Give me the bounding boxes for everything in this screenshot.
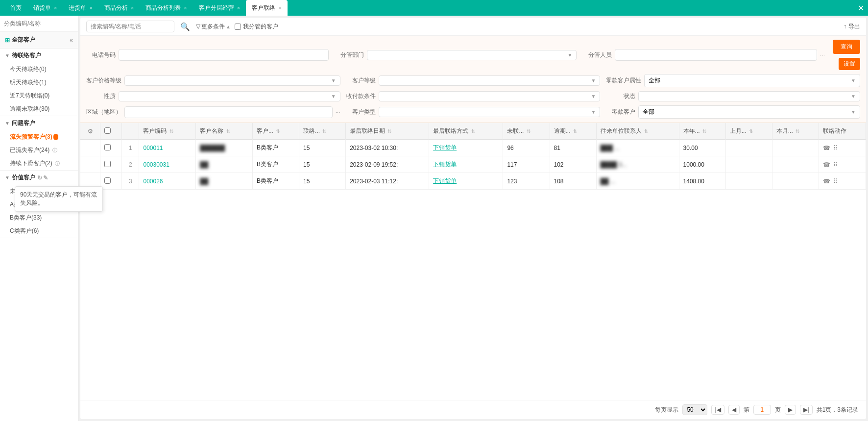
tab-customer-contact-label: 客户联络 (252, 4, 275, 12)
row-uncontacted: 96 (503, 140, 550, 156)
first-page-button[interactable]: |◀ (711, 405, 724, 415)
sidebar-item-tomorrow[interactable]: 明天待联络(1) (0, 76, 78, 89)
staff-more-icon[interactable]: ··· (820, 51, 825, 58)
value-refresh-icon[interactable]: ↻ (37, 174, 42, 181)
select-all-checkbox[interactable] (104, 127, 111, 134)
filter-phone-label: 电话号码 (86, 51, 116, 59)
row-last-contact-method[interactable]: 下销货单 (429, 140, 503, 156)
sidebar-all-customers[interactable]: ⊞ 全部客户 « (0, 32, 78, 49)
action-more-icon[interactable]: ⠿ (833, 145, 838, 151)
row-last-contact-method[interactable]: 下销货单 (429, 156, 503, 173)
row-code[interactable]: 000026 (139, 173, 196, 190)
my-customers-checkbox[interactable] (235, 24, 241, 30)
tab-product-analysis-list[interactable]: 商品分析列表 × (140, 0, 193, 16)
col-code[interactable]: 客户编码 ⇅ (139, 123, 196, 140)
col-type[interactable]: 客户... ⇅ (252, 123, 299, 140)
window-close-button[interactable]: ✕ (858, 3, 864, 13)
export-button[interactable]: ↑ 导出 (844, 23, 860, 31)
query-button[interactable]: 查询 (833, 40, 860, 54)
col-this-month[interactable]: 本月... ⇅ (772, 123, 819, 140)
col-last-contact-date[interactable]: 最后联络日期 ⇅ (346, 123, 429, 140)
filter-customer-level-select[interactable]: ▼ (379, 75, 601, 86)
tab-customer-tier-close[interactable]: × (237, 5, 240, 11)
filter-gender-select[interactable]: ▼ (119, 91, 340, 101)
col-settings[interactable]: ⚙ (80, 123, 100, 140)
page-size-label: 每页显示 (655, 406, 678, 414)
filter-dept-select[interactable]: ▼ (367, 50, 577, 60)
tab-purchase-order-close[interactable]: × (89, 5, 92, 11)
row-checkbox[interactable] (104, 144, 111, 150)
filter-more-conditions-button[interactable]: ▽ 更多条件 ▲ (196, 23, 231, 31)
my-customers-checkbox-label[interactable]: 我分管的客户 (235, 23, 278, 31)
sidebar-item-c-class[interactable]: C类客户(6) (0, 224, 78, 238)
tab-customer-contact[interactable]: 客户联络 × (246, 0, 287, 16)
sidebar-search-input[interactable] (4, 20, 77, 27)
filter-payment-select[interactable]: ▼ (379, 91, 601, 101)
sidebar-section-pending: ▼ 待联络客户 今天待联络(0) 明天待联络(1) 近7天待联络(0) 逾期未联… (0, 49, 78, 116)
row-code[interactable]: 000011 (139, 140, 196, 156)
action-more-icon[interactable]: ⠿ (833, 161, 838, 168)
sidebar-item-7days[interactable]: 近7天待联络(0) (0, 89, 78, 102)
last-page-button[interactable]: ▶| (800, 405, 813, 415)
sidebar-item-overdue[interactable]: 逾期未联络(30) (0, 102, 78, 116)
col-name[interactable]: 客户名称 ⇅ (196, 123, 253, 140)
filter-staff-input[interactable] (615, 49, 817, 61)
region-more-icon[interactable]: ··· (336, 109, 340, 116)
page-number-input[interactable] (753, 405, 771, 415)
status-arrow-icon: ▼ (851, 94, 856, 99)
col-last-month[interactable]: 上月... ⇅ (725, 123, 772, 140)
row-checkbox[interactable] (104, 161, 111, 167)
payment-arrow-icon: ▼ (591, 94, 596, 99)
collapse-icon: « (70, 37, 73, 44)
action-contact-icon[interactable]: ☎ (823, 161, 830, 168)
row-checkbox[interactable] (104, 177, 111, 184)
sidebar-item-declining[interactable]: 持续下滑客户(2) ⓘ (0, 157, 78, 170)
col-last-contact-method[interactable]: 最后联络方式 ⇅ (429, 123, 503, 140)
prev-page-button[interactable]: ◀ (728, 405, 740, 415)
filter-dept-label: 分管部门 (335, 51, 364, 59)
filter-phone-input[interactable] (119, 49, 329, 61)
filter-zero-attr-select[interactable]: 全部 ▼ (644, 74, 860, 87)
filter-status-field: 状态 ▼ (606, 91, 860, 101)
filter-customer-type-select[interactable]: ▼ (379, 107, 601, 117)
sidebar-item-churn-warning[interactable]: 流失预警客户(3) (0, 130, 78, 144)
col-uncontacted[interactable]: 未联... ⇅ (503, 123, 550, 140)
filter-status-select[interactable]: ▼ (638, 91, 860, 101)
sidebar-item-today[interactable]: 今天待联络(0) (0, 63, 78, 76)
filter-price-level-select[interactable]: ▼ (124, 75, 340, 86)
row-this-month (772, 156, 819, 173)
next-page-button[interactable]: ▶ (785, 405, 796, 415)
filter-search-button[interactable]: 🔍 (178, 22, 192, 31)
filter-region-input[interactable] (124, 106, 333, 118)
sidebar-section-value-title[interactable]: ▼ 价值客户 ↻ ✎ (0, 171, 78, 185)
value-edit-icon[interactable]: ✎ (43, 174, 48, 181)
settings-button[interactable]: 设置 (839, 58, 860, 70)
filter-action-col: 查询 设置 (831, 40, 860, 70)
row-last-contact-method[interactable]: 下销货单 (429, 173, 503, 190)
tab-purchase-order[interactable]: 进货单 × (63, 0, 98, 16)
page-size-select[interactable]: 50 100 200 (682, 404, 707, 415)
sidebar-item-b-class[interactable]: B类客户(33) (0, 211, 78, 224)
col-contact[interactable]: 联络... ⇅ (299, 123, 346, 140)
action-contact-icon[interactable]: ☎ (823, 178, 830, 185)
sidebar-section-pending-title[interactable]: ▼ 待联络客户 (0, 49, 78, 63)
tab-product-analysis-list-close[interactable]: × (184, 5, 187, 11)
col-action: 联络动作 (819, 123, 866, 140)
tab-product-analysis[interactable]: 商品分析 × (98, 0, 140, 16)
col-this-year[interactable]: 本年... ⇅ (679, 123, 725, 140)
tab-home[interactable]: 首页 (4, 0, 27, 16)
tab-customer-tier[interactable]: 客户分层经营 × (193, 0, 246, 16)
tab-sales-order-close[interactable]: × (54, 5, 57, 11)
sidebar-section-problem-title[interactable]: ▼ 问题客户 (0, 116, 78, 130)
filter-search-input[interactable] (86, 21, 174, 32)
tab-product-analysis-close[interactable]: × (131, 5, 134, 11)
sidebar-item-churned[interactable]: 已流失客户(24) ⓘ (0, 144, 78, 157)
tab-customer-contact-close[interactable]: × (278, 5, 281, 11)
action-more-icon[interactable]: ⠿ (833, 178, 838, 185)
filter-zero-customer-select[interactable]: 全部 ▼ (638, 105, 860, 119)
tab-sales-order[interactable]: 销货单 × (27, 0, 63, 16)
row-code[interactable]: 00030031 (139, 156, 196, 173)
action-contact-icon[interactable]: ☎ (823, 145, 830, 151)
col-unit-contact[interactable]: 往来单位联系人 ⇅ (596, 123, 679, 140)
col-overdue[interactable]: 逾期... ⇅ (550, 123, 596, 140)
